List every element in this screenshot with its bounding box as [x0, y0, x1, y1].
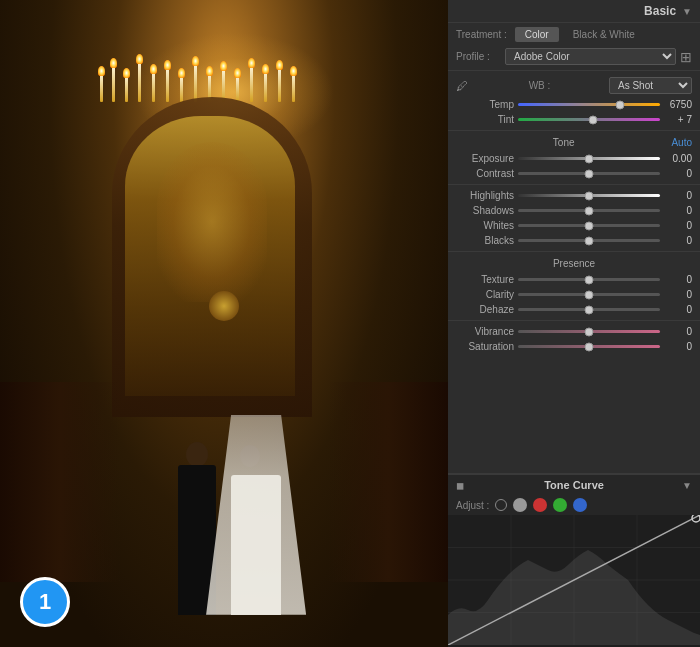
- blacks-slider-track[interactable]: [518, 239, 660, 242]
- tint-slider-thumb[interactable]: [589, 115, 598, 124]
- wb-eyedropper-icon[interactable]: 🖊: [456, 79, 470, 93]
- divider-5: [448, 320, 700, 321]
- highlights-slider-track[interactable]: [518, 194, 660, 197]
- vibrance-value: 0: [664, 326, 692, 337]
- tone-curve-title: Tone Curve: [466, 479, 682, 491]
- contrast-label: Contrast: [456, 168, 514, 179]
- tone-section-header: Tone Auto: [448, 134, 700, 151]
- tone-curve-section: ◼ Tone Curve ▼ Adjust :: [448, 473, 700, 647]
- texture-label: Texture: [456, 274, 514, 285]
- dehaze-slider-thumb[interactable]: [585, 305, 594, 314]
- dehaze-slider-track[interactable]: [518, 308, 660, 311]
- wb-label: WB :: [474, 80, 605, 91]
- highlights-slider-thumb[interactable]: [585, 191, 594, 200]
- texture-value: 0: [664, 274, 692, 285]
- presence-section-title: Presence: [456, 258, 692, 269]
- clarity-slider-thumb[interactable]: [585, 290, 594, 299]
- shadows-label: Shadows: [456, 205, 514, 216]
- whites-label: Whites: [456, 220, 514, 231]
- tone-auto-button[interactable]: Auto: [671, 137, 692, 148]
- texture-slider-thumb[interactable]: [585, 275, 594, 284]
- vibrance-row: Vibrance 0: [448, 324, 700, 339]
- panel-collapse-icon[interactable]: ▼: [682, 6, 692, 17]
- profile-row: Profile : Adobe Color Adobe Landscape Ad…: [448, 46, 700, 67]
- contrast-slider-thumb[interactable]: [585, 169, 594, 178]
- exposure-slider-track[interactable]: [518, 157, 660, 160]
- wb-row: 🖊 WB : As Shot Auto Daylight Cloudy Shad…: [448, 74, 700, 97]
- tone-curve-channel-red[interactable]: [533, 498, 547, 512]
- contrast-value: 0: [664, 168, 692, 179]
- tone-section-title: Tone: [456, 137, 671, 148]
- dehaze-value: 0: [664, 304, 692, 315]
- pew-right: [328, 382, 448, 582]
- saturation-label: Saturation: [456, 341, 514, 352]
- temp-slider-track[interactable]: [518, 103, 660, 106]
- whites-row: Whites 0: [448, 218, 700, 233]
- profile-select[interactable]: Adobe Color Adobe Landscape Adobe Portra…: [505, 48, 676, 65]
- exposure-slider-thumb[interactable]: [585, 154, 594, 163]
- clarity-row: Clarity 0: [448, 287, 700, 302]
- contrast-slider-track[interactable]: [518, 172, 660, 175]
- saturation-slider-track[interactable]: [518, 345, 660, 348]
- blacks-label: Blacks: [456, 235, 514, 246]
- tone-curve-collapse-icon[interactable]: ▼: [682, 480, 692, 491]
- treatment-bw-button[interactable]: Black & White: [563, 27, 645, 42]
- tone-curve-channel-green[interactable]: [553, 498, 567, 512]
- saturation-value: 0: [664, 341, 692, 352]
- exposure-label: Exposure: [456, 153, 514, 164]
- tone-curve-channel-white[interactable]: [513, 498, 527, 512]
- shadows-slider-thumb[interactable]: [585, 206, 594, 215]
- treatment-row: Treatment : Color Black & White: [448, 23, 700, 46]
- divider-1: [448, 70, 700, 71]
- tint-slider-track[interactable]: [518, 118, 660, 121]
- whites-slider-track[interactable]: [518, 224, 660, 227]
- shadows-slider-track[interactable]: [518, 209, 660, 212]
- divider-2: [448, 130, 700, 131]
- blacks-value: 0: [664, 235, 692, 246]
- presence-section-header: Presence: [448, 255, 700, 272]
- profile-label: Profile :: [456, 51, 501, 62]
- treatment-label: Treatment :: [456, 29, 507, 40]
- panel-scroll[interactable]: Treatment : Color Black & White Profile …: [448, 23, 700, 473]
- wb-select[interactable]: As Shot Auto Daylight Cloudy Shade Tungs…: [609, 77, 692, 94]
- divider-4: [448, 251, 700, 252]
- clarity-value: 0: [664, 289, 692, 300]
- shadows-value: 0: [664, 205, 692, 216]
- contrast-row: Contrast 0: [448, 166, 700, 181]
- tone-curve-expand-icon[interactable]: ◼: [456, 480, 464, 491]
- pew-left: [0, 382, 120, 582]
- profile-browse-icon[interactable]: ⊞: [680, 49, 692, 65]
- temp-label: Temp: [456, 99, 514, 110]
- vibrance-label: Vibrance: [456, 326, 514, 337]
- blacks-row: Blacks 0: [448, 233, 700, 248]
- tone-curve-toolbar: Adjust :: [448, 495, 700, 515]
- saturation-row: Saturation 0: [448, 339, 700, 354]
- temp-row: Temp 6750: [448, 97, 700, 112]
- photo-badge: 1: [20, 577, 70, 627]
- tone-curve-svg: [448, 515, 700, 645]
- tone-curve-channel-blue[interactable]: [573, 498, 587, 512]
- tone-curve-canvas[interactable]: [448, 515, 700, 647]
- chandelier-small: [209, 291, 239, 321]
- treatment-color-button[interactable]: Color: [515, 27, 559, 42]
- vibrance-slider-track[interactable]: [518, 330, 660, 333]
- vibrance-slider-thumb[interactable]: [585, 327, 594, 336]
- shadows-row: Shadows 0: [448, 203, 700, 218]
- tone-curve-point-icon[interactable]: [495, 499, 507, 511]
- saturation-slider-thumb[interactable]: [585, 342, 594, 351]
- texture-slider-track[interactable]: [518, 278, 660, 281]
- dehaze-label: Dehaze: [456, 304, 514, 315]
- highlights-value: 0: [664, 190, 692, 201]
- whites-slider-thumb[interactable]: [585, 221, 594, 230]
- clarity-slider-track[interactable]: [518, 293, 660, 296]
- whites-value: 0: [664, 220, 692, 231]
- highlights-row: Highlights 0: [448, 188, 700, 203]
- blacks-slider-thumb[interactable]: [585, 236, 594, 245]
- photo-panel: 1: [0, 0, 448, 647]
- temp-slider-thumb[interactable]: [616, 100, 625, 109]
- clarity-label: Clarity: [456, 289, 514, 300]
- dehaze-row: Dehaze 0: [448, 302, 700, 317]
- adjust-label: Adjust :: [456, 500, 489, 511]
- tone-curve-header: ◼ Tone Curve ▼: [448, 474, 700, 495]
- photo-background: 1: [0, 0, 448, 647]
